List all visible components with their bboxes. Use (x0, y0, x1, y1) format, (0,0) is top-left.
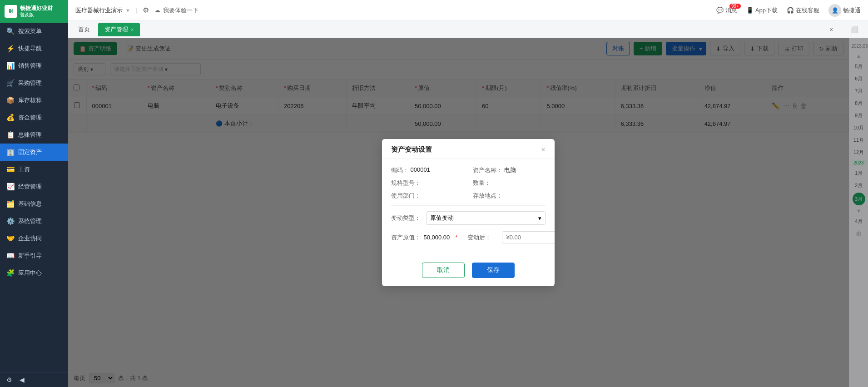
sidebar-item-fund[interactable]: 💰 资金管理 (0, 109, 68, 126)
header-divider: | (136, 7, 137, 14)
cancel-btn[interactable]: 取消 (422, 263, 465, 278)
experience-btn[interactable]: ☁ 我要体验一下 (154, 6, 198, 15)
sidebar-bottom: ⚙ ◀ (0, 372, 68, 387)
modal-body: 编码： 000001 资产名称： 电脑 规格型号： (382, 159, 555, 257)
main-area: 医疗器械行业演示 ▼ | ⚙ ☁ 我要体验一下 💬 消息 99+ 📱 App下载… (68, 0, 868, 387)
app-download-btn[interactable]: 📱 App下载 (746, 6, 778, 15)
fixedasset-icon: 🏢 (6, 148, 15, 156)
change-type-select[interactable]: 原值变动 ▾ (426, 211, 546, 225)
collapse-sidebar-icon[interactable]: ◀ (20, 376, 25, 383)
sidebar-item-guide[interactable]: 📖 新手引导 (0, 247, 68, 264)
tab-asset[interactable]: 资产管理 × (98, 23, 140, 36)
modal-spec-item: 规格型号： (391, 179, 464, 187)
save-btn[interactable]: 保存 (472, 263, 515, 278)
modal-title: 资产变动设置 (391, 145, 432, 154)
basic-icon: 🗂️ (6, 200, 15, 208)
asset-change-modal: 资产变动设置 × 编码： 000001 资产名称： 电脑 (382, 139, 555, 286)
user-profile-btn[interactable]: 👤 畅捷通 (828, 4, 861, 17)
logo-text: 畅捷通好业财 普及版 (20, 5, 53, 18)
sidebar-item-salary[interactable]: 💳 工资 (0, 161, 68, 178)
sidebar-item-inventory[interactable]: 📦 库存核算 (0, 92, 68, 109)
sidebar-item-bizcolab[interactable]: 🤝 企业协同 (0, 230, 68, 247)
search-icon: 🔍 (6, 27, 15, 35)
modal-close-btn[interactable]: × (541, 146, 545, 154)
sidebar-item-search[interactable]: 🔍 搜索菜单 (0, 23, 68, 40)
message-icon: 💬 (716, 7, 724, 14)
modal-info-row-1: 编码： 000001 资产名称： 电脑 (391, 166, 546, 174)
sidebar: 财 畅捷通好业财 普及版 🔍 搜索菜单 ⚡ 快捷导航 📊 销售管理 🛒 采购管理… (0, 0, 68, 387)
modal-header: 资产变动设置 × (382, 139, 555, 159)
salary-icon: 💳 (6, 165, 15, 174)
header-right: 💬 消息 99+ 📱 App下载 🎧 在线客服 👤 畅捷通 (716, 4, 861, 17)
sidebar-item-bizmanage[interactable]: 📈 经营管理 (0, 178, 68, 195)
fund-icon: 💰 (6, 114, 15, 122)
tab-home[interactable]: 首页 (72, 23, 96, 36)
sidebar-item-sales[interactable]: 📊 销售管理 (0, 57, 68, 74)
online-service-btn[interactable]: 🎧 在线客服 (787, 6, 819, 15)
system-icon: ⚙️ (6, 217, 15, 225)
sidebar-item-ledger[interactable]: 📋 总账管理 (0, 126, 68, 144)
purchase-icon: 🛒 (6, 79, 15, 87)
sidebar-item-system[interactable]: ⚙️ 系统管理 (0, 213, 68, 230)
header-settings-icon[interactable]: ⚙ (143, 6, 149, 15)
logo-icon: 财 (5, 5, 17, 18)
modal-overlay: 资产变动设置 × 编码： 000001 资产名称： 电脑 (68, 38, 868, 387)
quicknav-icon: ⚡ (6, 45, 15, 53)
close-window-btn[interactable]: × (821, 21, 842, 38)
after-value-input[interactable] (502, 231, 554, 243)
modal-assetvalue-row: 资产原值： 50,000.00 * 变动后： (391, 231, 546, 243)
modal-assetvalue-value: 50,000.00 (424, 234, 450, 241)
sales-icon: 📊 (6, 62, 15, 70)
tabs-bar: 首页 资产管理 × × ⬜ (68, 21, 868, 38)
modal-qty-item: 数量： (473, 179, 546, 187)
guide-icon: 📖 (6, 252, 15, 260)
appcenter-icon: 🧩 (6, 269, 15, 277)
download-icon: 📱 (746, 7, 754, 14)
modal-code-item: 编码： 000001 (391, 166, 464, 174)
modal-location-item: 存放地点： (473, 192, 546, 200)
modal-info-row-2: 规格型号： 数量： (391, 179, 546, 187)
maximize-window-btn[interactable]: ⬜ (843, 21, 864, 38)
modal-changetype-row: 变动类型： 原值变动 ▾ (391, 211, 546, 225)
bizmanage-icon: 📈 (6, 183, 15, 191)
required-star: * (455, 234, 457, 241)
tab-close-icon[interactable]: × (131, 27, 134, 32)
modal-dept-item: 使用部门： (391, 192, 464, 200)
sidebar-item-purchase[interactable]: 🛒 采购管理 (0, 74, 68, 92)
ledger-icon: 📋 (6, 131, 15, 139)
modal-footer: 取消 保存 (382, 257, 555, 286)
bizcolab-icon: 🤝 (6, 234, 15, 243)
modal-info-row-3: 使用部门： 存放地点： (391, 192, 546, 200)
change-type-chevron: ▾ (538, 215, 541, 222)
top-header: 医疗器械行业演示 ▼ | ⚙ ☁ 我要体验一下 💬 消息 99+ 📱 App下载… (68, 0, 868, 21)
sidebar-item-appcenter[interactable]: 🧩 应用中心 (0, 264, 68, 282)
modal-changetype-value: 原值变动 ▾ (426, 211, 546, 225)
cloud-icon: ☁ (154, 7, 160, 14)
modal-divider (391, 205, 546, 206)
modal-assetname-item: 资产名称： 电脑 (473, 166, 546, 174)
inventory-icon: 📦 (6, 96, 15, 104)
sidebar-item-basic[interactable]: 🗂️ 基础信息 (0, 195, 68, 213)
app-logo: 财 畅捷通好业财 普及版 (0, 0, 68, 23)
company-selector[interactable]: 医疗器械行业演示 ▼ (75, 6, 130, 15)
sidebar-scroll: 🔍 搜索菜单 ⚡ 快捷导航 📊 销售管理 🛒 采购管理 📦 库存核算 💰 资金管… (0, 23, 68, 372)
avatar: 👤 (828, 4, 841, 17)
message-btn[interactable]: 💬 消息 99+ (716, 6, 737, 15)
service-icon: 🎧 (787, 7, 794, 14)
content-area: 📋 资产明细 📝 变更生成凭证 对账 + 新增 批量操作 ▾ ⬇ (68, 38, 868, 387)
window-controls: × ⬜ (821, 21, 864, 38)
sidebar-item-quicknav[interactable]: ⚡ 快捷导航 (0, 40, 68, 57)
chevron-down-icon: ▼ (125, 8, 130, 13)
message-badge: 99+ (729, 4, 741, 9)
sidebar-item-fixedasset[interactable]: 🏢 固定资产 (0, 144, 68, 161)
settings-bottom-icon[interactable]: ⚙ (6, 376, 12, 383)
